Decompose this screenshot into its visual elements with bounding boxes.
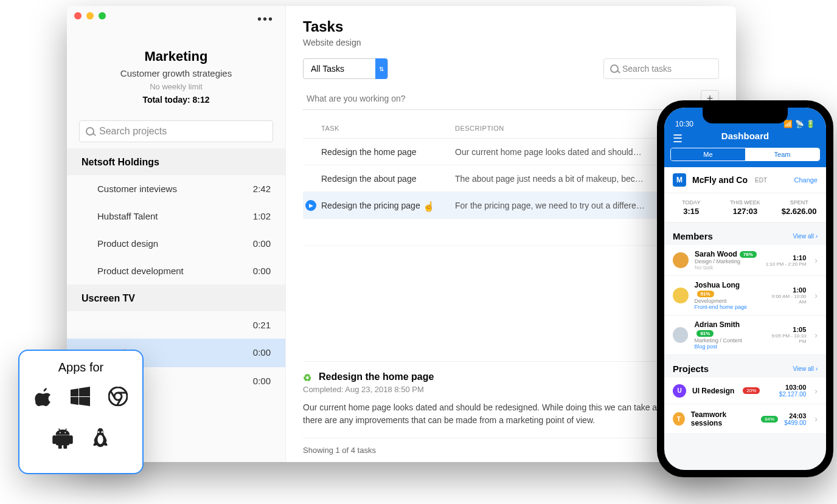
chrome-icon[interactable] (108, 387, 128, 412)
project-time: 0:21 (253, 320, 271, 330)
recycle-icon (303, 372, 313, 382)
segment-me[interactable]: Me (671, 148, 745, 161)
maximize-window-icon[interactable] (99, 12, 106, 19)
project-time: 103:00 (779, 384, 807, 391)
svg-point-3 (64, 432, 66, 433)
project-name: Product development (97, 266, 184, 276)
weekly-limit: No weekly limit (79, 82, 273, 91)
member-range: 1:10 PM - 2:20 PM (766, 261, 807, 267)
activity-badge: 81% (696, 330, 714, 337)
sidebar-project-row[interactable]: Product design0:00 (67, 230, 285, 257)
project-time: 1:02 (253, 211, 271, 221)
org-name: McFly and Co (692, 175, 748, 185)
task-filter-dropdown[interactable]: All Tasks ⇅ (303, 58, 388, 79)
member-row[interactable]: Joshua Long51%DevelopmentFront-end home … (664, 276, 826, 316)
close-window-icon[interactable] (74, 12, 82, 19)
search-icon (86, 127, 94, 136)
search-tasks-placeholder: Search tasks (622, 64, 672, 74)
projects-heading: Projects (673, 364, 709, 374)
member-name: Joshua Long51% (695, 281, 759, 298)
sidebar-project-row[interactable]: Product development0:00 (67, 257, 285, 285)
search-projects-placeholder: Search projects (99, 126, 167, 137)
chevron-updown-icon: ⇅ (375, 58, 387, 79)
stats-row: TODAY3:15 THIS WEEK127:03 SPENT$2.626.00 (664, 193, 826, 223)
activity-badge: 20% (743, 387, 760, 394)
phone-status-icons: 📶 📡 🔋 (783, 120, 815, 128)
member-time: 1:05 (764, 326, 807, 333)
project-name: Product design (97, 238, 158, 249)
member-name: Sarah Wood76% (695, 250, 757, 258)
tasks-heading: Tasks (303, 18, 719, 35)
member-role: Marketing / Content (694, 337, 757, 343)
sidebar-project-row[interactable]: Customer inteviews2:42 (67, 175, 285, 202)
apple-icon[interactable] (34, 387, 52, 412)
project-dot: U (673, 384, 686, 398)
project-time: 0:00 (253, 266, 271, 276)
project-dot: T (673, 412, 685, 426)
chevron-right-icon: › (814, 291, 818, 300)
project-time: 24:03 (784, 412, 806, 419)
more-menu-icon[interactable]: ••• (257, 12, 274, 26)
segmented-control[interactable]: Me Team (670, 148, 820, 161)
project-time: 0:00 (253, 238, 271, 249)
search-tasks-input[interactable]: Search tasks (603, 58, 719, 79)
avatar (673, 252, 689, 268)
member-task: No task (695, 264, 757, 271)
member-row[interactable]: Sarah Wood76%Design / MarketingNo task1:… (664, 245, 826, 276)
stat-week-value: 127:03 (718, 207, 773, 216)
task-name: Redesign the about page (321, 174, 455, 184)
col-task: TASK (321, 125, 455, 132)
chevron-right-icon: › (814, 255, 818, 265)
stat-today-label: TODAY (664, 199, 718, 205)
segment-team[interactable]: Team (745, 148, 819, 161)
play-icon[interactable]: ▶ (305, 200, 316, 211)
sidebar-project-row[interactable]: Hubstaff Talent1:02 (67, 202, 285, 230)
phone-time: 10:30 (675, 120, 693, 128)
activity-badge: 76% (740, 251, 757, 258)
linux-icon[interactable] (91, 428, 109, 455)
project-money: $499.00 (784, 419, 806, 426)
search-projects-input[interactable]: Search projects (79, 120, 273, 142)
project-time: 2:42 (253, 184, 271, 194)
stat-today-value: 3:15 (664, 207, 718, 216)
svg-point-4 (98, 431, 100, 433)
members-view-all[interactable]: View all › (793, 233, 818, 240)
app-window: ••• Marketing Customer growth strategies… (67, 6, 736, 462)
minimize-window-icon[interactable] (86, 12, 94, 19)
new-task-input[interactable] (303, 88, 693, 110)
org-avatar: M (673, 173, 686, 187)
sidebar-group-header[interactable]: Netsoft Holdings (67, 148, 285, 175)
project-title: Marketing (79, 49, 273, 64)
task-filter-label: All Tasks (311, 64, 344, 74)
change-org-link[interactable]: Change (794, 176, 818, 184)
project-name: Teamwork sessions (691, 410, 752, 427)
phone-mockup: 10:30 📶 📡 🔋 ☰ Dashboard Me Team M McFly … (657, 100, 833, 477)
org-row[interactable]: M McFly and Co EDT Change (664, 167, 826, 193)
android-icon[interactable] (52, 428, 73, 455)
chevron-right-icon: › (814, 386, 818, 396)
activity-badge: 51% (697, 291, 714, 297)
member-name: Adrian Smith81% (694, 320, 757, 337)
svg-point-2 (60, 432, 61, 433)
window-controls (74, 12, 106, 19)
hamburger-icon[interactable]: ☰ (673, 132, 682, 145)
avatar (673, 327, 688, 343)
members-heading: Members (673, 231, 713, 241)
sidebar-project-row[interactable]: 0:21 (67, 311, 285, 339)
stat-week-label: THIS WEEK (718, 199, 773, 205)
project-row[interactable]: TTeamwork sessions84%24:03$499.00› (664, 404, 826, 434)
project-name: Hubstaff Talent (97, 211, 158, 221)
detail-title: Redesign the home page (319, 371, 434, 382)
member-row[interactable]: Adrian Smith81%Marketing / ContentBlog p… (664, 316, 826, 355)
project-name: UI Redesign (692, 387, 734, 395)
task-count-footer: Showing 1 of 4 tasks (303, 446, 376, 455)
projects-view-all[interactable]: View all › (793, 365, 818, 372)
windows-icon[interactable] (71, 387, 90, 412)
member-role: Design / Marketing (695, 258, 757, 264)
sidebar-group-header[interactable]: Uscreen TV (67, 285, 285, 311)
project-row[interactable]: UUI Redesign20%103:00$2.127.00› (664, 378, 826, 404)
phone-notch (703, 108, 788, 123)
phone-title: Dashboard (721, 131, 769, 141)
stat-spent-label: SPENT (772, 199, 826, 205)
phone-navbar: ☰ Dashboard (664, 129, 826, 148)
